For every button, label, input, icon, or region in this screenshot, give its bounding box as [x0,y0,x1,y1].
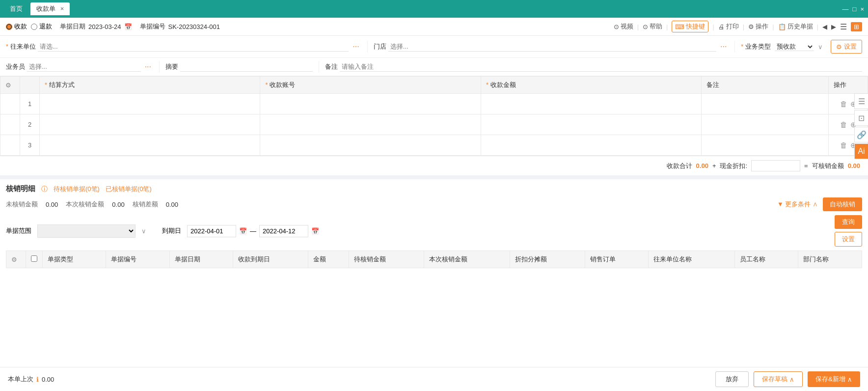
store-input[interactable] [388,42,716,52]
action-btn[interactable]: ⚙ 操作 [748,22,768,31]
window-controls: — □ × [842,5,864,13]
summary-field: 摘要 [165,62,313,72]
receipt-radio[interactable]: 收款 [6,22,27,31]
footer-order-value: 0.00 [42,376,54,383]
help-btn[interactable]: ⊙ 帮助 [643,22,662,31]
delete-icon-2[interactable]: 🗑 [840,120,847,129]
summary-input[interactable] [180,62,313,72]
right-float-btn-2[interactable]: ⊡ [854,110,868,126]
nav-tab-receipt[interactable]: 收款单 × [30,2,70,15]
delete-icon-1[interactable]: 🗑 [840,100,847,109]
footer-info-icon[interactable]: ℹ [36,376,39,383]
bottom-amount-header: 金额 [308,251,349,268]
account-cell-2[interactable] [260,114,481,135]
settings-button[interactable]: ⚙ 设置 [831,40,862,54]
amount-cell-1[interactable] [481,94,701,114]
store-more-icon[interactable]: ··· [718,42,729,51]
print-btn[interactable]: 🖨 打印 [718,22,739,31]
history-btn[interactable]: 📋 历史单据 [778,22,813,31]
right-float-btn-4[interactable]: Ai [854,143,868,159]
payment-method-cell-1[interactable] [40,94,260,114]
note-cell-3[interactable] [702,135,829,156]
staff-more-icon[interactable]: ··· [143,62,153,71]
right-float-btn-1[interactable]: ☰ [854,93,868,109]
total-amount: 0.00 [696,162,708,169]
done-tab[interactable]: 已核销单据(0笔) [106,185,152,194]
save-draft-button[interactable]: 保存草稿 ∧ [754,371,803,387]
calendar-to-icon[interactable]: 📅 [311,227,319,235]
select-all-checkbox[interactable] [31,255,37,262]
note-field: 备注 [325,62,862,72]
info-icon[interactable]: ⓘ [41,185,48,194]
footer: 本单上次 ℹ 0.00 放弃 保存草稿 ∧ 保存&新增 ∧ [0,367,868,391]
bottom-gear-icon[interactable]: ⚙ [11,256,17,263]
close-tab-icon[interactable]: × [60,5,64,12]
date-to-input[interactable] [259,225,308,237]
counterparty-input[interactable] [38,42,349,52]
table-account-header: 收款账号 [260,77,481,94]
window-close-icon[interactable]: × [860,5,864,13]
date-field: 单据日期 2023-03-24 📅 [60,22,132,31]
business-type-field: 业务类型 预收款 ∨ [741,42,823,51]
row-num-3: 3 [20,135,40,156]
save-new-button[interactable]: 保存&新增 ∧ [808,371,860,387]
amount-cell-2[interactable] [481,114,701,135]
counterparty-more-icon[interactable]: ··· [351,42,361,51]
verification-settings-button[interactable]: 设置 [835,232,862,247]
bottom-table: ⚙ 单据类型 单据编号 单据日期 收款到期日 金额 待核销金额 本次核销金额 [6,251,862,268]
split-view-icon[interactable]: ⊞ [851,22,862,31]
note-cell-2[interactable] [702,114,829,135]
verification-header: 核销明细 ⓘ 待核销单据(0笔) 已核销单据(0笔) [6,184,862,194]
table-row: 1 🗑 ⊕ [0,94,868,114]
calendar-icon[interactable]: 📅 [124,23,132,30]
payment-method-cell-3[interactable] [40,135,260,156]
abandon-button[interactable]: 放弃 [715,371,749,387]
business-type-select[interactable]: 预收款 [775,42,814,51]
amount-cell-3[interactable] [481,135,701,156]
receipt-refund-toggle: 收款 退款 [6,22,52,31]
shortcut-btn[interactable]: ⌨ 快捷键 [672,21,708,32]
date-from-input[interactable] [187,225,236,237]
video-btn[interactable]: ⊙ 视频 [614,22,633,31]
verification-title: 核销明细 [6,184,35,194]
nav-left-icon[interactable]: ◀ [822,23,827,30]
nav-right-icon[interactable]: ▶ [831,23,836,30]
minimize-icon[interactable]: — [842,5,849,13]
account-cell-1[interactable] [260,94,481,114]
scope-select[interactable] [37,224,136,238]
nav-tab-home[interactable]: 首页 [4,2,28,15]
form-row-2: 业务员 ··· 摘要 备注 [0,58,868,76]
account-cell-3[interactable] [260,135,481,156]
list-view-icon[interactable]: ☰ [840,22,847,31]
right-float-btn-3[interactable]: 🔗 [854,127,868,142]
print-icon: 🖨 [718,23,725,30]
staff-input[interactable] [27,62,141,72]
bottom-sales-order-header: 销售订单 [585,251,648,268]
form-row-1: 往来单位 ··· 门店 ··· 业务类型 预收款 ∨ ⚙ [0,36,868,58]
refund-radio[interactable]: 退款 [31,22,52,31]
verification-section: 核销明细 ⓘ 待核销单据(0笔) 已核销单据(0笔) 未核销金额 0.00 本次… [0,175,868,367]
more-conditions-btn[interactable]: ▼ 更多条件 ∧ [777,200,818,209]
auto-write-off-button[interactable]: 自动核销 [823,197,862,211]
counterparty-field: 往来单位 ··· [6,42,361,52]
footer-right: 放弃 保存草稿 ∧ 保存&新增 ∧ [715,371,860,387]
note-input[interactable] [340,62,862,72]
note-cell-1[interactable] [702,94,829,114]
maximize-icon[interactable]: □ [853,5,857,13]
action-icon: ⚙ [748,23,754,30]
table-amount-header: 收款金额 [481,77,701,94]
discount-input[interactable] [751,160,800,171]
query-button[interactable]: 查询 [835,215,862,229]
calendar-from-icon[interactable]: 📅 [239,227,247,235]
payment-method-cell-2[interactable] [40,114,260,135]
table-rownum-header [20,77,40,94]
delete-icon-3[interactable]: 🗑 [840,141,847,150]
table-row: 2 🗑 ⊕ [0,114,868,135]
pending-tab[interactable]: 待核销单据(0笔) [54,185,100,194]
main-content: 收款 退款 单据日期 2023-03-24 📅 单据编号 SK-20230324… [0,18,868,391]
bottom-checkbox-header [26,251,43,268]
row-settings-3 [0,135,20,156]
table-settings-header: ⚙ [0,77,20,94]
table-gear-icon[interactable]: ⚙ [5,82,11,89]
summary-row: 收款合计 0.00 + 现金折扣: = 可核销金额 0.00 [0,156,868,175]
